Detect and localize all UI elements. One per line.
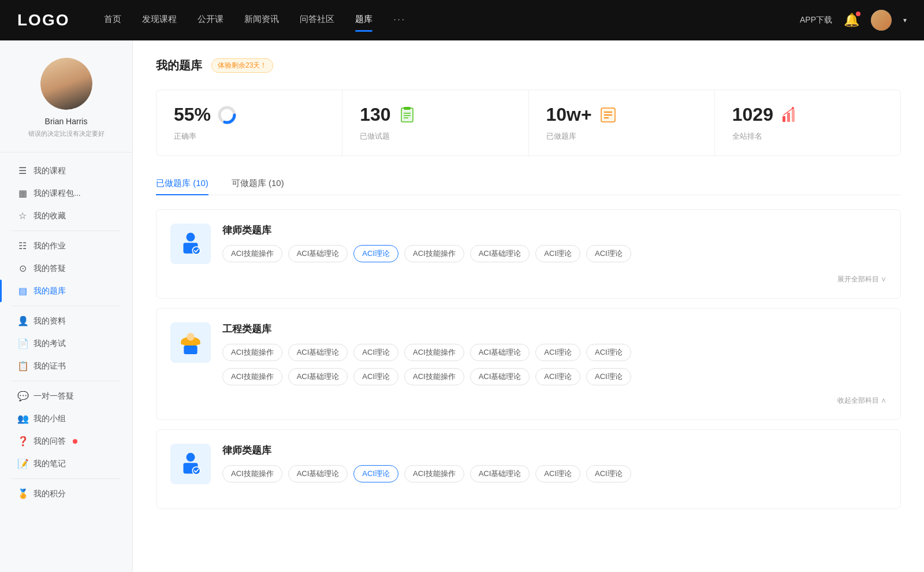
tag[interactable]: ACI理论: [353, 368, 398, 385]
notification-bell[interactable]: 🔔: [844, 13, 859, 28]
tag[interactable]: ACI基础理论: [470, 465, 530, 482]
tag[interactable]: ACI技能操作: [222, 245, 282, 262]
stat-top: 130: [360, 104, 511, 125]
sidebar-item-notes[interactable]: 📝 我的笔记: [0, 452, 132, 475]
sidebar-item-course[interactable]: ☰ 我的课程: [0, 159, 132, 182]
svg-rect-13: [792, 109, 795, 122]
homework-icon: ☷: [17, 240, 28, 251]
sidebar-item-favorites[interactable]: ☆ 我的收藏: [0, 205, 132, 227]
tag[interactable]: ACI理论: [353, 344, 398, 361]
user-menu-chevron[interactable]: ▾: [903, 16, 907, 24]
stat-ranking: 1029 全站排名: [715, 90, 900, 155]
qa-icon: ⊙: [17, 263, 28, 274]
tag[interactable]: ACI基础理论: [288, 465, 348, 482]
tag[interactable]: ACI技能操作: [404, 245, 464, 262]
tab-available[interactable]: 可做题库 (10): [232, 172, 284, 195]
menu-divider: [12, 231, 121, 231]
sidebar-item-label: 我的答疑: [33, 263, 66, 274]
logo[interactable]: LOGO: [17, 11, 69, 29]
navbar-right: APP下载 🔔 ▾: [800, 10, 907, 31]
subject-card-lawyer2: 律师类题库 ACI技能操作 ACI基础理论 ACI理论 ACI技能操作 ACI基…: [156, 429, 901, 509]
sidebar-item-qa[interactable]: ⊙ 我的答疑: [0, 257, 132, 280]
tag-active[interactable]: ACI理论: [353, 465, 398, 482]
tag-active[interactable]: ACI理论: [353, 245, 398, 262]
nav-discover[interactable]: 发现课程: [142, 14, 177, 27]
exam-icon: 📄: [17, 338, 28, 349]
main-content: 我的题库 体验剩余23天！ 55% 正确率: [133, 40, 924, 572]
avatar[interactable]: [871, 10, 892, 31]
tag[interactable]: ACI基础理论: [288, 245, 348, 262]
avatar-image: [871, 10, 892, 31]
stat-top: 55%: [174, 104, 325, 125]
tag[interactable]: ACI理论: [586, 465, 631, 482]
svg-point-20: [187, 333, 194, 340]
stat-value: 55%: [174, 104, 211, 125]
sidebar-item-profile[interactable]: 👤 我的资料: [0, 310, 132, 332]
sidebar-item-label: 我的收藏: [33, 211, 66, 221]
subject-title: 律师类题库: [222, 224, 886, 237]
sidebar-item-questions[interactable]: ❓ 我的问答: [0, 430, 132, 452]
notes-icon: 📝: [17, 458, 28, 469]
sidebar-item-label: 我的资料: [33, 316, 66, 326]
nav-question-bank[interactable]: 题库: [355, 14, 372, 27]
sidebar-item-homework[interactable]: ☷ 我的作业: [0, 235, 132, 257]
stat-label: 全站排名: [732, 131, 883, 142]
donut-chart-icon: [217, 105, 237, 125]
sidebar-item-question-bank[interactable]: ▤ 我的题库: [0, 280, 132, 302]
sidebar-item-points[interactable]: 🏅 我的积分: [0, 482, 132, 505]
tag[interactable]: ACI基础理论: [470, 245, 530, 262]
tag[interactable]: ACI基础理论: [470, 344, 530, 361]
sidebar-item-label: 我的问答: [33, 436, 66, 447]
notification-dot: [856, 12, 860, 16]
tag[interactable]: ACI基础理论: [470, 368, 530, 385]
profile-icon: 👤: [17, 315, 28, 326]
expand-link[interactable]: 展开全部科目 ∨: [837, 274, 886, 284]
stat-accuracy: 55% 正确率: [157, 90, 342, 155]
stat-label: 正确率: [174, 131, 325, 142]
sidebar-item-course-pkg[interactable]: ▦ 我的课程包...: [0, 182, 132, 205]
lawyer2-icon: [170, 444, 211, 484]
sidebar-item-group[interactable]: 👥 我的小组: [0, 407, 132, 430]
tag[interactable]: ACI技能操作: [222, 368, 282, 385]
tag[interactable]: ACI理论: [535, 245, 580, 262]
app-download-link[interactable]: APP下载: [800, 15, 832, 25]
questions-icon: ❓: [17, 436, 28, 447]
tab-done[interactable]: 已做题库 (10): [156, 172, 208, 195]
subject-card-lawyer1: 律师类题库 ACI技能操作 ACI基础理论 ACI理论 ACI技能操作 ACI基…: [156, 209, 901, 299]
avatar: [40, 58, 92, 110]
tag[interactable]: ACI基础理论: [288, 368, 348, 385]
collapse-link[interactable]: 收起全部科目 ∧: [837, 396, 886, 406]
sidebar-item-label: 我的课程包...: [33, 188, 81, 199]
svg-rect-21: [184, 346, 197, 354]
sidebar-item-certificate[interactable]: 📋 我的证书: [0, 355, 132, 377]
lawyer-icon: [170, 224, 211, 264]
tag[interactable]: ACI技能操作: [404, 465, 464, 482]
subject-info: 律师类题库 ACI技能操作 ACI基础理论 ACI理论 ACI技能操作 ACI基…: [222, 444, 886, 482]
nav-home[interactable]: 首页: [104, 14, 121, 27]
tag[interactable]: ACI理论: [586, 368, 631, 385]
nav-qa[interactable]: 问答社区: [300, 14, 334, 27]
stat-label: 已做题库: [546, 131, 697, 142]
sidebar-item-exam[interactable]: 📄 我的考试: [0, 332, 132, 355]
tag[interactable]: ACI理论: [586, 344, 631, 361]
stat-value: 10w+: [546, 104, 592, 125]
nav-news[interactable]: 新闻资讯: [244, 14, 279, 27]
tag[interactable]: ACI理论: [586, 245, 631, 262]
sidebar-item-tutor[interactable]: 💬 一对一答疑: [0, 385, 132, 407]
subject-header: 律师类题库 ACI技能操作 ACI基础理论 ACI理论 ACI技能操作 ACI基…: [170, 224, 886, 264]
list-icon: [598, 105, 619, 125]
tag[interactable]: ACI基础理论: [288, 344, 348, 361]
tag[interactable]: ACI技能操作: [222, 344, 282, 361]
trial-badge: 体验剩余23天！: [211, 58, 273, 73]
stat-done-questions: 130 已做试题: [342, 90, 528, 155]
nav-more[interactable]: ···: [393, 14, 406, 27]
svg-rect-11: [783, 116, 785, 122]
tag[interactable]: ACI技能操作: [404, 344, 464, 361]
nav-open-course[interactable]: 公开课: [198, 14, 223, 27]
tag[interactable]: ACI理论: [535, 465, 580, 482]
nav-menu: 首页 发现课程 公开课 新闻资讯 问答社区 题库 ···: [104, 14, 800, 27]
tag[interactable]: ACI技能操作: [404, 368, 464, 385]
tag[interactable]: ACI理论: [535, 344, 580, 361]
tag[interactable]: ACI理论: [535, 368, 580, 385]
tag[interactable]: ACI技能操作: [222, 465, 282, 482]
